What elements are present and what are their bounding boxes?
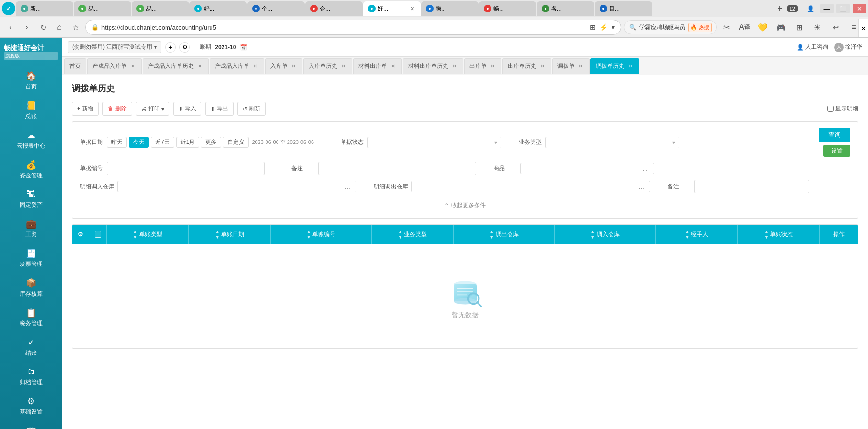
sun-icon[interactable]: ☀	[811, 21, 824, 34]
page-tab-8[interactable]: 出库单 ✕	[464, 58, 501, 74]
add-company-button[interactable]: +	[165, 42, 176, 53]
print-button[interactable]: 🖨 🖨 打印 打印 ▾	[136, 102, 169, 116]
maximize-button[interactable]: ⬜	[836, 4, 850, 13]
bookmark-button[interactable]: ☆	[69, 21, 82, 34]
wallet-icon[interactable]: 💛	[756, 21, 769, 34]
display-toggle[interactable]: 显示明细	[827, 105, 858, 113]
delete-button[interactable]: 🗑 删除	[102, 102, 132, 116]
page-tab-7[interactable]: 材料出库单历史 ✕	[403, 58, 463, 74]
back-button[interactable]: ‹	[4, 21, 17, 34]
undo-icon[interactable]: ↩	[829, 21, 842, 34]
refresh-button[interactable]: ↻	[36, 21, 50, 34]
sidebar-item-settings[interactable]: ⚙ 基础设置	[0, 391, 62, 421]
home-button[interactable]: ⌂	[53, 21, 66, 34]
th-checkbox[interactable]	[89, 225, 107, 244]
filter-remark-input[interactable]	[318, 162, 476, 175]
sidebar-item-archive[interactable]: 🗂 归档管理	[0, 362, 62, 391]
sidebar-item-settlement[interactable]: ✓ 结账	[0, 332, 62, 362]
page-tab-close-11[interactable]: ✕	[626, 62, 634, 70]
page-tab-close-9[interactable]: ✕	[538, 62, 546, 70]
tab-counter[interactable]: 12	[787, 5, 798, 12]
browser-tab-10[interactable]: ● 各...	[537, 1, 594, 16]
browser-tab-1[interactable]: ● 新...	[16, 1, 73, 16]
filter-settings-button[interactable]: 设置	[823, 145, 850, 157]
tab-close-7[interactable]: ✕	[408, 5, 416, 12]
page-tab-close-6[interactable]: ✕	[389, 62, 397, 70]
browser-tab-6[interactable]: ● 企...	[305, 1, 363, 16]
filter-status-select[interactable]: ▾	[367, 137, 501, 148]
sidebar-item-inventory[interactable]: 📦 库存核算	[0, 273, 62, 303]
close-button[interactable]: ✕	[853, 4, 866, 13]
new-button[interactable]: + 新增	[72, 102, 99, 116]
import-button[interactable]: ⬇ 导入	[173, 102, 201, 116]
th-handler[interactable]: ▲▼ 经手人	[656, 225, 737, 244]
translate-icon[interactable]: A译	[738, 21, 751, 34]
extension-icon-2[interactable]: ⚡	[600, 23, 608, 31]
filter-biz-type-select[interactable]: ▾	[545, 137, 679, 148]
page-tab-close-7[interactable]: ✕	[450, 62, 458, 70]
date-7days-btn[interactable]: 近7天	[151, 137, 174, 148]
support-button[interactable]: 👤 人工咨询	[797, 43, 828, 51]
query-button[interactable]: 查询	[819, 128, 850, 142]
th-date[interactable]: ▲▼ 单账日期	[189, 225, 270, 244]
filter-detail-in-dots[interactable]: ...	[343, 183, 352, 190]
sidebar-item-funds[interactable]: 💰 资金管理	[0, 155, 62, 185]
grid-icon[interactable]: ⊞	[792, 21, 806, 34]
browser-tab-3[interactable]: ● 易...	[132, 1, 189, 16]
page-tab-2[interactable]: 产成品入库单历史 ✕	[143, 58, 209, 74]
table-select-all-checkbox[interactable]	[95, 231, 101, 238]
filter-detail-out-input[interactable]: ...	[411, 181, 650, 192]
th-in-warehouse[interactable]: ▲▼ 调入仓库	[555, 225, 656, 244]
page-tab-5[interactable]: 入库单历史 ✕	[303, 58, 352, 74]
browser-tab-8[interactable]: ● 腾...	[421, 1, 479, 16]
settings-cog-button[interactable]: ⚙	[179, 42, 190, 53]
sidebar-item-wages[interactable]: 💼 工资	[0, 214, 62, 243]
page-tab-11[interactable]: 调拨单历史 ✕	[590, 58, 639, 74]
browser-tab-7[interactable]: ● 好... ✕	[363, 1, 421, 16]
sidebar-item-guide[interactable]: 📖 新手引导	[0, 421, 62, 429]
sidebar-item-tax[interactable]: 📋 税务管理	[0, 303, 62, 332]
date-yesterday-btn[interactable]: 昨天	[107, 137, 127, 148]
refresh-button[interactable]: ↺ 刷新	[237, 102, 266, 116]
sidebar-item-reports[interactable]: ☁ 云报表中心	[0, 125, 62, 155]
th-number[interactable]: ▲▼ 单账编号	[271, 225, 372, 244]
page-tab-close-5[interactable]: ✕	[339, 62, 347, 70]
browser-tab-11[interactable]: ● 目...	[595, 1, 652, 16]
page-tab-6[interactable]: 材料出库单 ✕	[353, 58, 402, 74]
dropdown-arrow[interactable]: ▾	[612, 23, 615, 31]
game-icon[interactable]: 🎮	[774, 21, 788, 34]
collapse-bar[interactable]: ⌃ 收起更多条件	[80, 198, 850, 212]
browser-tab-9[interactable]: ● 畅...	[479, 1, 536, 16]
user-button[interactable]: 人 徐泽华	[834, 43, 862, 52]
export-button[interactable]: ⬆ 导出	[205, 102, 234, 116]
page-tab-close-4[interactable]: ✕	[289, 62, 297, 70]
page-tab-0[interactable]: 首页	[64, 58, 86, 74]
sidebar-item-fixed_assets[interactable]: 🏗 固定资产	[0, 185, 62, 214]
forward-button[interactable]: ›	[20, 21, 33, 34]
new-tab-button[interactable]: +	[773, 2, 787, 15]
display-toggle-checkbox[interactable]	[827, 106, 834, 112]
filter-detail-in-input[interactable]: ...	[117, 181, 356, 192]
th-biz-type[interactable]: ▲▼ 业务类型	[372, 225, 454, 244]
page-tab-4[interactable]: 入库单 ✕	[265, 58, 302, 74]
filter-goods-dots[interactable]: ...	[640, 165, 650, 172]
minimize-button[interactable]: —	[820, 4, 834, 13]
browser-tab-4[interactable]: ● 好...	[189, 1, 247, 16]
company-selector[interactable]: (勿删勿禁用) 江西服宝测试专用 ▾	[68, 41, 161, 53]
search-box[interactable]: 🔍 学霸应聘场驱鸟员 🔥 热搜	[624, 20, 717, 34]
filter-number-input[interactable]	[107, 162, 265, 175]
browser-tab-2[interactable]: ● 易...	[74, 1, 131, 16]
page-tab-close-2[interactable]: ✕	[196, 62, 203, 70]
sidebar-item-ledger[interactable]: 📒 总账	[0, 96, 62, 125]
filter-detail-remark-input[interactable]	[694, 180, 809, 193]
sidebar-item-invoice[interactable]: 🧾 发票管理	[0, 243, 62, 273]
page-tab-9[interactable]: 出库单历史 ✕	[502, 58, 551, 74]
page-tab-close-1[interactable]: ✕	[129, 62, 136, 70]
page-tab-1[interactable]: 产成品入库单 ✕	[87, 58, 142, 74]
date-custom-btn[interactable]: 自定义	[223, 137, 249, 148]
date-today-btn[interactable]: 今天	[129, 137, 149, 148]
profile-icon[interactable]: 👤	[804, 2, 817, 15]
filter-goods-input[interactable]: ...	[520, 163, 654, 174]
sidebar-item-home[interactable]: 🏠 首页	[0, 66, 62, 96]
extension-icon-1[interactable]: ⊞	[590, 23, 596, 31]
